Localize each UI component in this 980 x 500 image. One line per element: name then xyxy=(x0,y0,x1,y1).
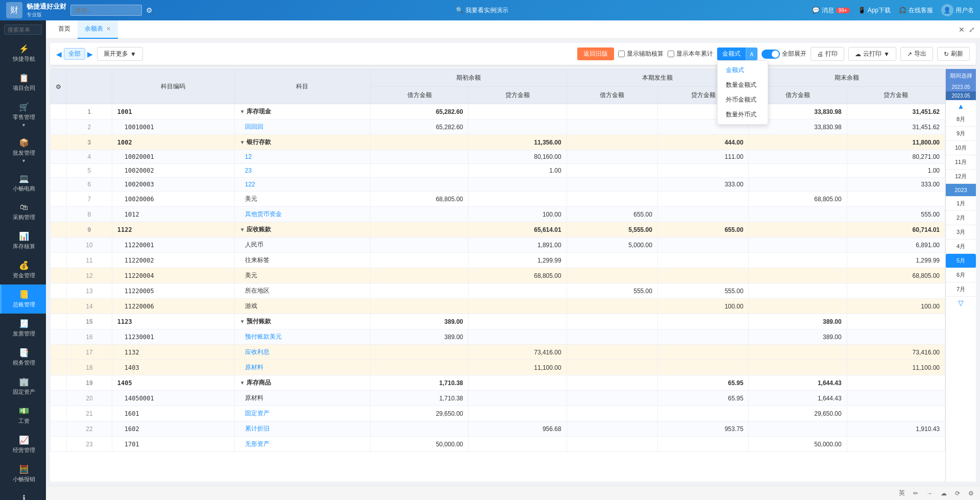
cloud-print-btn[interactable]: ☁ 云打印 ▼ xyxy=(848,47,896,61)
settings-icon[interactable]: ⚙ xyxy=(146,6,153,14)
month-7[interactable]: 7月 xyxy=(946,282,976,297)
cell-subject[interactable]: 无形资产 xyxy=(234,437,370,452)
tab-maximize-btn[interactable]: ⤢ xyxy=(969,26,975,34)
message-btn[interactable]: 💬 消息 99+ xyxy=(812,6,850,15)
month-4[interactable]: 4月 xyxy=(946,240,976,254)
expand-more-btn[interactable]: 展开更多 ▼ xyxy=(97,47,143,61)
message-badge: 99+ xyxy=(836,8,850,13)
refresh-label: 刷新 xyxy=(951,50,963,58)
period-up-btn[interactable]: ▲ xyxy=(946,100,976,112)
cell-code: 11220006 xyxy=(112,299,234,314)
tab-balance[interactable]: 余额表 ✕ xyxy=(78,20,118,39)
sidebar-item-tax[interactable]: 📑 税务管理 xyxy=(0,343,46,372)
cell-subject[interactable]: 其他货币资金 xyxy=(234,207,370,222)
th-settings[interactable]: ⚙ xyxy=(51,69,67,104)
filter-forward-icon[interactable]: ▶ xyxy=(87,50,93,58)
cell-num: 11 xyxy=(67,253,112,268)
sidebar-item-project[interactable]: 📋 项目合同 xyxy=(0,68,46,97)
user-avatar[interactable]: 👤 用户名 xyxy=(941,4,974,16)
year-2023[interactable]: 2023 xyxy=(946,184,976,197)
month-2[interactable]: 2月 xyxy=(946,211,976,225)
table-row: 17 1132 应收利息 73,416.00 73,416.00 xyxy=(51,345,945,360)
sidebar-item-assets[interactable]: 🏢 固定资产 xyxy=(0,372,46,401)
cell-subject[interactable]: 回回回 xyxy=(234,120,370,135)
cell-code: 11220004 xyxy=(112,268,234,283)
sidebar-item-purchase[interactable]: 🛍 采购管理 xyxy=(0,198,46,226)
dropdown-arrow-btn[interactable]: ∧ xyxy=(746,47,757,60)
month-1[interactable]: 1月 xyxy=(946,197,976,211)
tab-close-all-btn[interactable]: ✕ xyxy=(959,26,965,34)
cell-subject: 原材料 xyxy=(234,391,370,406)
chk-year-label[interactable]: 显示本年累计 xyxy=(668,50,713,58)
sidebar-item-capital[interactable]: 💰 资金管理 xyxy=(0,255,46,284)
cell-subject[interactable]: 原材料 xyxy=(234,360,370,375)
sidebar-item-retail[interactable]: 🛒 零售管理 ▼ xyxy=(0,97,46,133)
dropdown-main-btn[interactable]: 金额式 xyxy=(717,47,746,60)
cell-settings xyxy=(51,391,67,406)
toggle-switch-control[interactable] xyxy=(762,50,780,59)
month-12[interactable]: 12月 xyxy=(946,170,976,184)
cell-subject[interactable]: 预付账款美元 xyxy=(234,329,370,345)
cell-open-debit xyxy=(370,299,468,314)
month-11[interactable]: 11月 xyxy=(946,155,976,170)
cell-subject[interactable]: 累计折旧 xyxy=(234,421,370,437)
cell-subject[interactable]: 23 xyxy=(234,164,370,178)
month-6[interactable]: 6月 xyxy=(946,268,976,282)
dropdown-option-4[interactable]: 数量外币式 xyxy=(718,107,768,122)
month-8[interactable]: 8月 xyxy=(946,112,976,127)
cell-subject[interactable]: 固定资产 xyxy=(234,406,370,421)
table-row: 8 1012 其他货币资金 100.00 655.00 555.00 xyxy=(51,207,945,222)
toolbar: ◀ 全部 ▶ 展开更多 ▼ 返回旧版 显示辅助核算 xyxy=(50,43,976,65)
sidebar-item-wholesale[interactable]: 📦 批发管理 ▼ xyxy=(0,133,46,169)
sidebar-item-ecommerce[interactable]: 💻 小畅电商 xyxy=(0,169,46,198)
month-3[interactable]: 3月 xyxy=(946,225,976,240)
cell-settings xyxy=(51,421,67,437)
sidebar-label-assets: 固定资产 xyxy=(13,388,35,396)
cell-close-credit: 80,271.00 xyxy=(847,150,945,164)
cell-period-credit xyxy=(657,237,748,253)
status-settings-icon[interactable]: ⚙ xyxy=(968,490,974,497)
cell-subject[interactable]: 应收利息 xyxy=(234,345,370,360)
chk-year[interactable] xyxy=(668,51,674,57)
cell-code: 11220005 xyxy=(112,283,234,299)
period-down-btn[interactable]: ▽ xyxy=(946,297,976,309)
sidebar-search-input[interactable] xyxy=(4,25,42,35)
cell-period-debit: 655.00 xyxy=(567,207,657,222)
tab-close-icon[interactable]: ✕ xyxy=(106,26,111,32)
toggle-expand[interactable]: 全部展开 xyxy=(762,50,806,59)
back-old-btn[interactable]: 返回旧版 xyxy=(577,47,614,60)
sidebar-item-payroll[interactable]: 💵 工资 xyxy=(0,401,46,430)
global-search[interactable] xyxy=(70,5,142,16)
cell-subject[interactable]: 12 xyxy=(234,150,370,164)
app-download-btn[interactable]: 📱 App下载 xyxy=(858,6,891,15)
month-9[interactable]: 9月 xyxy=(946,127,976,141)
sidebar-item-sales[interactable]: 🧮 小畅报销 xyxy=(0,459,46,488)
chk-auxiliary[interactable] xyxy=(618,51,625,57)
demo-link-text[interactable]: 🔍 我要看实例演示 xyxy=(456,6,508,15)
refresh-btn[interactable]: ↻ 刷新 xyxy=(937,47,970,61)
dropdown-option-2[interactable]: 数量金额式 xyxy=(718,78,768,92)
sidebar-item-quick-nav[interactable]: ⚡ 快捷导航 xyxy=(0,39,46,68)
sidebar-item-operations[interactable]: 📈 经营管理 xyxy=(0,430,46,459)
tab-home[interactable]: 首页 xyxy=(51,20,78,39)
export-btn[interactable]: ↗ 导出 xyxy=(900,47,933,61)
cell-close-credit xyxy=(847,329,945,345)
month-5[interactable]: 5月 xyxy=(946,254,976,268)
sidebar-item-basic[interactable]: ℹ 基础信息 xyxy=(0,488,46,500)
dropdown-option-1[interactable]: 金额式 xyxy=(718,63,768,78)
print-btn[interactable]: 🖨 打印 xyxy=(811,47,844,61)
online-service-btn[interactable]: 🎧 在线客服 xyxy=(899,6,933,15)
chk-auxiliary-label[interactable]: 显示辅助核算 xyxy=(618,50,664,58)
filter-tag-all[interactable]: 全部 xyxy=(64,48,85,60)
sidebar-item-inventory[interactable]: 📊 库存核算 xyxy=(0,226,46,255)
cell-close-debit: 1,644.43 xyxy=(749,391,847,406)
sidebar-item-ledger[interactable]: 📒 总账管理 xyxy=(0,284,46,314)
table-panel-area: ⚙ 科目编码 科目 期初余额 本期发生额 期末余额 借方金额 贷方金额 xyxy=(50,69,976,482)
filter-back-icon[interactable]: ◀ xyxy=(56,50,62,58)
status-lang-icon[interactable]: 英 xyxy=(899,489,905,497)
demo-link[interactable]: 🔍 我要看实例演示 xyxy=(456,6,508,15)
dropdown-option-3[interactable]: 外币金额式 xyxy=(718,92,768,107)
sidebar-item-invoice[interactable]: 🧾 发票管理 xyxy=(0,314,46,343)
cell-subject[interactable]: 122 xyxy=(234,178,370,192)
month-10[interactable]: 10月 xyxy=(946,141,976,155)
